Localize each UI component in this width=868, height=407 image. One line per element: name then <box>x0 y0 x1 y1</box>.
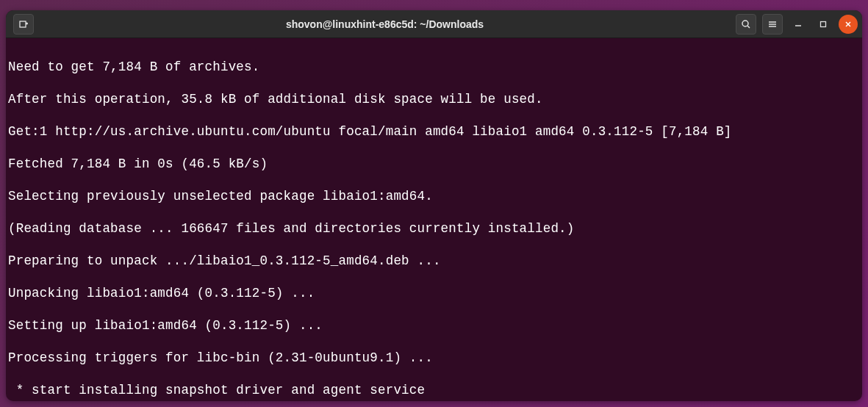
search-button[interactable] <box>736 14 756 35</box>
svg-rect-0 <box>20 21 26 27</box>
titlebar-right <box>736 14 858 35</box>
search-icon <box>741 19 751 29</box>
svg-point-3 <box>742 21 748 26</box>
terminal-line: Setting up libaio1:amd64 (0.3.112-5) ... <box>8 317 860 334</box>
terminal-line: Fetched 7,184 B in 0s (46.5 kB/s) <box>8 156 860 172</box>
terminal-window: shovon@linuxhint-e86c5d: ~/Downloads <box>6 10 862 401</box>
titlebar-left <box>10 14 34 35</box>
svg-rect-9 <box>821 21 826 26</box>
terminal-line: (Reading database ... 166647 files and d… <box>8 220 860 237</box>
terminal-line: * start installing snapshot driver and a… <box>8 382 860 398</box>
close-button[interactable] <box>839 15 858 34</box>
maximize-icon <box>819 20 828 29</box>
terminal-line: Preparing to unpack .../libaio1_0.3.112-… <box>8 253 860 269</box>
maximize-button[interactable] <box>814 15 833 34</box>
window-title: shovon@linuxhint-e86c5d: ~/Downloads <box>286 18 484 30</box>
terminal-line: Processing triggers for libc-bin (2.31-0… <box>8 350 860 366</box>
svg-line-4 <box>747 26 750 28</box>
new-tab-icon <box>18 19 29 29</box>
close-icon <box>844 20 853 29</box>
terminal-line: Get:1 http://us.archive.ubuntu.com/ubunt… <box>8 123 860 140</box>
minimize-button[interactable] <box>789 15 808 34</box>
new-tab-button[interactable] <box>13 14 34 35</box>
terminal-content[interactable]: Need to get 7,184 B of archives. After t… <box>6 38 862 401</box>
titlebar: shovon@linuxhint-e86c5d: ~/Downloads <box>6 10 862 38</box>
hamburger-icon <box>767 19 778 29</box>
minimize-icon <box>794 20 803 29</box>
terminal-line: Need to get 7,184 B of archives. <box>8 59 860 75</box>
terminal-line: Unpacking libaio1:amd64 (0.3.112-5) ... <box>8 285 860 301</box>
menu-button[interactable] <box>762 14 783 35</box>
terminal-line: Selecting previously unselected package … <box>8 188 860 204</box>
terminal-line: After this operation, 35.8 kB of additio… <box>8 91 860 107</box>
